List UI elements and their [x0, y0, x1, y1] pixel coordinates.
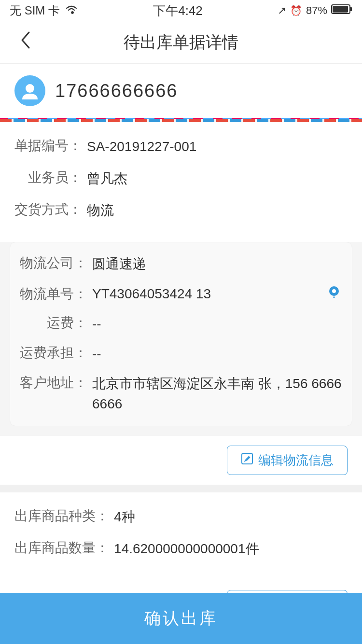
goods-quantity-value: 14.620000000000001件: [114, 539, 348, 559]
delivery-method-row: 交货方式： 物流: [14, 200, 348, 221]
svg-rect-1: [350, 7, 352, 11]
freight-value: --: [92, 314, 342, 334]
goods-section: 出库商品种类： 4种 出库商品数量： 14.620000000000001件: [0, 492, 362, 580]
goods-quantity-label: 出库商品数量：: [14, 539, 109, 557]
freight-bearer-value: --: [92, 344, 342, 364]
back-button[interactable]: [14, 26, 36, 59]
location-icon[interactable]: [326, 284, 342, 304]
logistics-company-row: 物流公司： 圆通速递: [20, 254, 342, 274]
avatar: [14, 75, 45, 106]
battery-text: 87%: [306, 4, 327, 17]
tracking-value: YT43064053424 13: [92, 286, 318, 302]
alarm-icon: ⏰: [290, 5, 302, 16]
svg-point-3: [26, 84, 34, 93]
logistics-card: 物流公司： 圆通速递 物流单号： YT43064053424 13 运费： --…: [10, 242, 352, 426]
order-number-row: 单据编号： SA-20191227-001: [14, 137, 348, 157]
time-text: 下午4:42: [153, 2, 203, 19]
address-value: 北京市市辖区海淀区永丰南 张，156 6666 6666: [92, 374, 342, 414]
edit-action-row: 编辑物流信息: [0, 436, 362, 485]
tracking-label: 物流单号：: [20, 285, 87, 303]
location-status-icon: ↗: [278, 4, 286, 17]
tracking-row: 物流单号： YT43064053424 13: [20, 284, 342, 304]
freight-bearer-label: 运费承担：: [20, 344, 87, 362]
freight-label: 运费：: [20, 314, 87, 332]
order-info-section: 单据编号： SA-20191227-001 业务员： 曾凡杰 交货方式： 物流: [0, 122, 362, 242]
goods-type-value: 4种: [114, 507, 348, 527]
carrier-text: 无 SIM 卡: [10, 3, 60, 18]
wifi-icon: [65, 4, 78, 17]
section-separator-1: [0, 485, 362, 492]
status-left: 无 SIM 卡: [10, 3, 78, 18]
order-number-value: SA-20191227-001: [87, 137, 348, 157]
confirm-button[interactable]: 确认出库: [0, 593, 362, 644]
status-bar: 无 SIM 卡 下午4:42 ↗ ⏰ 87%: [0, 0, 362, 21]
logistics-company-value: 圆通速递: [92, 254, 342, 274]
svg-rect-2: [333, 6, 348, 13]
delivery-method-label: 交货方式：: [14, 200, 82, 219]
status-right: ↗ ⏰ 87%: [278, 4, 352, 17]
goods-type-label: 出库商品种类：: [14, 507, 109, 525]
order-number-label: 单据编号：: [14, 137, 82, 155]
edit-logistics-label: 编辑物流信息: [258, 452, 334, 469]
battery-icon: [331, 4, 352, 17]
edit-icon: [241, 452, 253, 468]
customer-header: 17666666666: [0, 64, 362, 119]
delivery-method-value: 物流: [87, 200, 348, 221]
salesman-value: 曾凡杰: [87, 168, 348, 189]
freight-bearer-row: 运费承担： --: [20, 344, 342, 364]
freight-row: 运费： --: [20, 314, 342, 334]
goods-quantity-row: 出库商品数量： 14.620000000000001件: [14, 539, 348, 559]
edit-logistics-button[interactable]: 编辑物流信息: [227, 446, 348, 475]
logistics-company-label: 物流公司：: [20, 254, 87, 272]
page-title: 待出库单据详情: [124, 31, 238, 54]
salesman-row: 业务员： 曾凡杰: [14, 168, 348, 189]
customer-phone: 17666666666: [55, 81, 178, 101]
address-row: 客户地址： 北京市市辖区海淀区永丰南 张，156 6666 6666: [20, 374, 342, 414]
address-label: 客户地址：: [20, 374, 87, 392]
svg-point-5: [332, 289, 336, 293]
goods-type-row: 出库商品种类： 4种: [14, 507, 348, 527]
nav-bar: 待出库单据详情: [0, 21, 362, 64]
salesman-label: 业务员：: [14, 168, 82, 187]
confirm-btn-container: 确认出库: [0, 593, 362, 644]
